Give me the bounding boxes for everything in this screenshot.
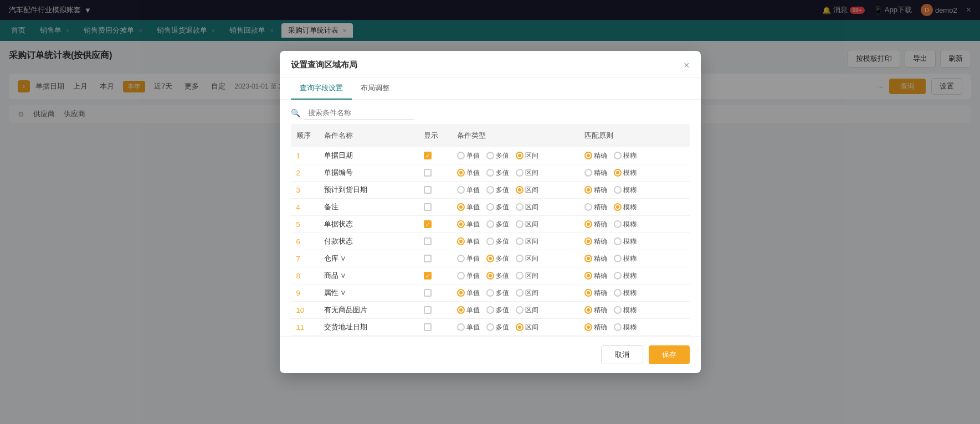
show-checkbox[interactable]: [424, 306, 432, 314]
type-radio-区间[interactable]: 区间: [516, 168, 538, 178]
match-radio-模糊[interactable]: 模糊: [614, 271, 637, 281]
type-radio-区间[interactable]: 区间: [516, 203, 538, 212]
type-radio-多值[interactable]: 多值: [486, 168, 509, 178]
cell-order: 1: [291, 147, 319, 164]
match-radio-精确[interactable]: 精确: [584, 271, 607, 281]
cell-show[interactable]: [418, 233, 451, 250]
cell-show[interactable]: [418, 182, 451, 198]
type-radio-单值[interactable]: 单值: [457, 323, 480, 332]
match-radio-精确[interactable]: 精确: [584, 151, 607, 161]
show-checkbox[interactable]: [424, 323, 432, 331]
match-radio-精确[interactable]: 精确: [584, 306, 607, 315]
type-radio-多值[interactable]: 多值: [486, 220, 509, 229]
match-radio-精确[interactable]: 精确: [584, 254, 607, 263]
match-radio-精确[interactable]: 精确: [584, 288, 607, 298]
match-radio-模糊[interactable]: 模糊: [614, 168, 637, 178]
cell-show[interactable]: [418, 319, 451, 335]
show-checkbox[interactable]: [424, 169, 432, 177]
type-radio-多值[interactable]: 多值: [486, 323, 509, 332]
show-checkbox[interactable]: ✓: [424, 272, 432, 280]
radio-circle: [486, 169, 494, 177]
cell-match: 精确 模糊: [579, 164, 679, 181]
cancel-button[interactable]: 取消: [601, 345, 643, 364]
show-checkbox[interactable]: [424, 289, 432, 297]
dialog-tab-layout[interactable]: 布局调整: [352, 77, 398, 100]
type-radio-单值[interactable]: 单值: [457, 151, 480, 161]
match-radio-模糊[interactable]: 模糊: [614, 151, 637, 161]
type-radio-单值[interactable]: 单值: [457, 203, 480, 212]
type-radio-单值[interactable]: 单值: [457, 271, 480, 281]
match-radio-模糊[interactable]: 模糊: [614, 237, 637, 246]
cell-show[interactable]: [418, 250, 451, 267]
type-radio-多值[interactable]: 多值: [486, 237, 509, 246]
settings-dialog: 设置查询区域布局 × 查询字段设置 布局调整 🔍 顺序 条件名称 显示 条件类型: [280, 51, 701, 373]
radio-circle: [486, 323, 494, 331]
show-checkbox[interactable]: [424, 237, 432, 245]
match-radio-模糊[interactable]: 模糊: [614, 185, 637, 195]
cell-order: 6: [291, 233, 319, 250]
match-radio-模糊[interactable]: 模糊: [614, 306, 637, 315]
cell-show[interactable]: ✓: [418, 216, 451, 232]
match-radio-模糊[interactable]: 模糊: [614, 203, 637, 212]
match-radio-group: 精确 模糊: [584, 306, 637, 315]
show-checkbox[interactable]: ✓: [424, 152, 432, 159]
type-radio-区间[interactable]: 区间: [516, 237, 538, 246]
type-radio-group: 单值 多值 区间: [457, 151, 538, 161]
cell-match: 精确 模糊: [579, 216, 679, 232]
radio-circle: [457, 306, 465, 314]
type-radio-多值[interactable]: 多值: [486, 254, 509, 263]
type-radio-区间[interactable]: 区间: [516, 306, 538, 315]
type-radio-区间[interactable]: 区间: [516, 220, 538, 229]
cell-show[interactable]: [418, 164, 451, 181]
match-radio-模糊[interactable]: 模糊: [614, 288, 637, 298]
match-radio-模糊[interactable]: 模糊: [614, 220, 637, 229]
match-radio-精确[interactable]: 精确: [584, 323, 607, 332]
show-checkbox[interactable]: [424, 255, 432, 262]
show-checkbox[interactable]: ✓: [424, 220, 432, 228]
type-radio-区间[interactable]: 区间: [516, 288, 538, 298]
type-radio-多值[interactable]: 多值: [486, 185, 509, 195]
type-radio-单值[interactable]: 单值: [457, 306, 480, 315]
radio-circle: [457, 255, 465, 262]
cell-show[interactable]: ✓: [418, 147, 451, 164]
save-button[interactable]: 保存: [649, 345, 690, 364]
type-radio-区间[interactable]: 区间: [516, 185, 538, 195]
match-radio-精确[interactable]: 精确: [584, 185, 607, 195]
radio-circle: [486, 203, 494, 211]
cell-show[interactable]: ✓: [418, 267, 451, 284]
type-radio-单值[interactable]: 单值: [457, 185, 480, 195]
dialog-close-button[interactable]: ×: [684, 60, 690, 70]
type-radio-多值[interactable]: 多值: [486, 271, 509, 281]
match-radio-精确[interactable]: 精确: [584, 168, 607, 178]
type-radio-多值[interactable]: 多值: [486, 203, 509, 212]
cell-show[interactable]: [418, 302, 451, 318]
type-radio-区间[interactable]: 区间: [516, 323, 538, 332]
show-checkbox[interactable]: [424, 186, 432, 194]
match-radio-精确[interactable]: 精确: [584, 203, 607, 212]
dialog-tab-query-fields[interactable]: 查询字段设置: [291, 77, 352, 100]
radio-circle: [614, 272, 622, 280]
type-radio-单值[interactable]: 单值: [457, 168, 480, 178]
type-radio-多值[interactable]: 多值: [486, 306, 509, 315]
cell-show[interactable]: [418, 199, 451, 215]
type-radio-group: 单值 多值 区间: [457, 271, 538, 281]
match-radio-精确[interactable]: 精确: [584, 220, 607, 229]
type-radio-区间[interactable]: 区间: [516, 254, 538, 263]
dialog-header: 设置查询区域布局 ×: [280, 51, 701, 77]
type-radio-区间[interactable]: 区间: [516, 271, 538, 281]
type-radio-区间[interactable]: 区间: [516, 151, 538, 161]
radio-circle: [457, 220, 465, 228]
type-radio-多值[interactable]: 多值: [486, 288, 509, 298]
type-radio-单值[interactable]: 单值: [457, 220, 480, 229]
cell-show[interactable]: [418, 285, 451, 301]
match-radio-模糊[interactable]: 模糊: [614, 323, 637, 332]
radio-circle: [457, 289, 465, 297]
match-radio-精确[interactable]: 精确: [584, 237, 607, 246]
type-radio-单值[interactable]: 单值: [457, 254, 480, 263]
type-radio-单值[interactable]: 单值: [457, 288, 480, 298]
type-radio-多值[interactable]: 多值: [486, 151, 509, 161]
match-radio-模糊[interactable]: 模糊: [614, 254, 637, 263]
type-radio-单值[interactable]: 单值: [457, 237, 480, 246]
search-input[interactable]: [304, 106, 414, 120]
show-checkbox[interactable]: [424, 203, 432, 211]
